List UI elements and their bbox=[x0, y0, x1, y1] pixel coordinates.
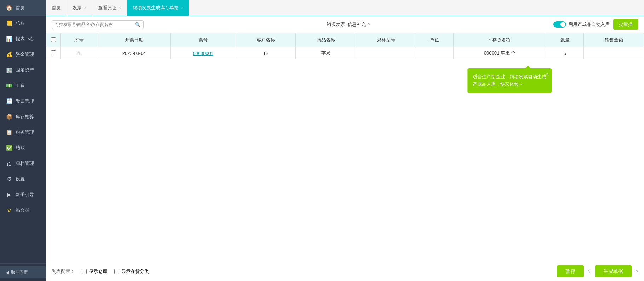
show-warehouse-checkbox[interactable] bbox=[82, 269, 87, 274]
tooltip-close[interactable]: × bbox=[546, 70, 548, 78]
page-content: 🔍 销项发票_信息补充 ? 启用产成品自动入库 批量操 bbox=[46, 16, 644, 281]
toggle-switch: 启用产成品自动入库 bbox=[553, 21, 610, 28]
tooltip-popup: × 适合生产型企业，销项发票自动生成产成品入库，快来体验～ bbox=[467, 68, 552, 93]
search-icon: 🔍 bbox=[135, 22, 140, 27]
tooltip-bar bbox=[467, 68, 468, 93]
data-table: 序号 开票日期 票号 客户名称 商品名称 规格型号 单位 * 存货名称 数量 销… bbox=[46, 33, 644, 59]
guide-icon: ▶ bbox=[6, 191, 13, 198]
show-category-group: 显示存货分类 bbox=[114, 268, 149, 275]
table-row: 1 2023-03-04 00000001 12 苹果 000001 苹果 个 … bbox=[46, 47, 644, 59]
row-amount bbox=[584, 47, 644, 59]
tab-invoice[interactable]: 发票 × bbox=[67, 0, 92, 16]
config-label: 列表配置： bbox=[52, 268, 75, 275]
sidebar-item-funds[interactable]: 💰 资金管理 bbox=[0, 47, 46, 62]
col-amount: 销售金额 bbox=[584, 33, 644, 47]
show-warehouse-group: 显示仓库 bbox=[82, 268, 107, 275]
toolbar-right: 启用产成品自动入库 批量操 bbox=[553, 19, 638, 30]
auto-import-toggle[interactable] bbox=[553, 21, 566, 28]
sidebar-item-settings[interactable]: ⚙ 设置 bbox=[0, 171, 46, 187]
tab-voucher[interactable]: 查看凭证 × bbox=[92, 0, 127, 16]
select-all-header[interactable] bbox=[46, 33, 61, 47]
col-customer: 客户名称 bbox=[236, 33, 296, 47]
sidebar-item-ledger[interactable]: 📒 总账 bbox=[0, 16, 46, 31]
inventory-icon: 📦 bbox=[6, 114, 13, 120]
help-icon[interactable]: ? bbox=[368, 22, 370, 27]
sidebar: 🏠 首页 📒 总账 📊 报表中心 💰 资金管理 🏢 固定资产 💵 工资 🧾 发票… bbox=[0, 0, 46, 281]
row-checkbox-cell[interactable] bbox=[46, 47, 61, 59]
unfix-icon: ◀ bbox=[6, 270, 9, 275]
funds-icon: 💰 bbox=[6, 51, 13, 58]
vip-icon: V bbox=[6, 207, 13, 213]
sidebar-item-reports[interactable]: 📊 报表中心 bbox=[0, 31, 46, 47]
tooltip-text: 适合生产型企业，销项发票自动生成产成品入库，快来体验～ bbox=[473, 74, 546, 87]
row-goods: 苹果 bbox=[296, 47, 356, 59]
show-category-label: 显示存货分类 bbox=[121, 268, 149, 275]
col-goods: 商品名称 bbox=[296, 33, 356, 47]
col-qty: 数量 bbox=[546, 33, 584, 47]
sidebar-item-invoice-mgmt[interactable]: 🧾 发票管理 bbox=[0, 93, 46, 109]
search-box[interactable]: 🔍 bbox=[52, 20, 144, 29]
assets-icon: 🏢 bbox=[6, 67, 13, 73]
sidebar-item-salary[interactable]: 💵 工资 bbox=[0, 78, 46, 93]
sidebar-item-assets[interactable]: 🏢 固定资产 bbox=[0, 62, 46, 78]
sidebar-item-guide[interactable]: ▶ 新手引导 bbox=[0, 187, 46, 202]
row-seq: 1 bbox=[61, 47, 98, 59]
reports-icon: 📊 bbox=[6, 36, 13, 42]
table-container: 序号 开票日期 票号 客户名称 商品名称 规格型号 单位 * 存货名称 数量 销… bbox=[46, 33, 644, 262]
sidebar-item-archive[interactable]: 🗂 归档管理 bbox=[0, 156, 46, 171]
generate-help-icon[interactable]: ? bbox=[636, 269, 638, 274]
select-all-checkbox[interactable] bbox=[51, 37, 56, 42]
sidebar-item-checkout[interactable]: ✅ 结账 bbox=[0, 140, 46, 156]
tab-invoice-close[interactable]: × bbox=[84, 5, 86, 10]
search-input[interactable] bbox=[55, 22, 135, 27]
row-customer: 12 bbox=[236, 47, 296, 59]
main-content: 首页 发票 × 查看凭证 × 销项发票生成库存单据 × 🔍 销项发票_信息补充 bbox=[46, 0, 644, 281]
row-inventory[interactable]: 000001 苹果 个 bbox=[453, 47, 546, 59]
generate-button[interactable]: 生成单据 bbox=[595, 265, 632, 277]
show-category-checkbox[interactable] bbox=[114, 269, 119, 274]
save-button[interactable]: 暂存 bbox=[557, 265, 584, 277]
sidebar-unfix[interactable]: ◀ 取消固定 bbox=[0, 266, 46, 278]
tab-home[interactable]: 首页 bbox=[46, 0, 67, 16]
archive-icon: 🗂 bbox=[6, 161, 13, 167]
sidebar-item-tax[interactable]: 📋 税务管理 bbox=[0, 125, 46, 140]
col-unit: 单位 bbox=[416, 33, 454, 47]
settings-icon: ⚙ bbox=[6, 176, 13, 182]
toggle-label: 启用产成品自动入库 bbox=[568, 21, 610, 28]
toolbar-left: 🔍 bbox=[52, 20, 144, 29]
col-seq: 序号 bbox=[61, 33, 98, 47]
toolbar-title: 销项发票_信息补充 bbox=[327, 21, 366, 28]
col-inventory: * 存货名称 bbox=[453, 33, 546, 47]
row-unit bbox=[416, 47, 454, 59]
home-icon: 🏠 bbox=[6, 5, 13, 11]
row-qty: 5 bbox=[546, 47, 584, 59]
tab-stock[interactable]: 销项发票生成库存单据 × bbox=[127, 0, 189, 16]
tab-bar: 首页 发票 × 查看凭证 × 销项发票生成库存单据 × bbox=[46, 0, 644, 16]
col-date: 开票日期 bbox=[98, 33, 171, 47]
row-ticket[interactable]: 00000001 bbox=[171, 47, 236, 59]
batch-button[interactable]: 批量操 bbox=[613, 19, 638, 30]
tab-voucher-close[interactable]: × bbox=[119, 5, 121, 10]
sidebar-item-home[interactable]: 🏠 首页 bbox=[0, 0, 46, 16]
save-help-icon[interactable]: ? bbox=[588, 269, 591, 274]
bottom-bar: 列表配置： 显示仓库 显示存货分类 暂存 ? 生成单据 ? bbox=[46, 262, 644, 281]
toolbar-center: 销项发票_信息补充 ? bbox=[327, 21, 370, 28]
col-ticket: 票号 bbox=[171, 33, 236, 47]
toolbar: 🔍 销项发票_信息补充 ? 启用产成品自动入库 批量操 bbox=[46, 16, 644, 33]
bottom-actions: 暂存 ? 生成单据 ? bbox=[557, 265, 638, 277]
row-date: 2023-03-04 bbox=[98, 47, 171, 59]
invoice-mgmt-icon: 🧾 bbox=[6, 98, 13, 104]
row-spec bbox=[356, 47, 416, 59]
sidebar-item-inventory[interactable]: 📦 库存核算 bbox=[0, 109, 46, 125]
show-warehouse-label: 显示仓库 bbox=[89, 268, 107, 275]
tax-icon: 📋 bbox=[6, 129, 13, 136]
salary-icon: 💵 bbox=[6, 82, 13, 89]
tab-stock-close[interactable]: × bbox=[181, 5, 183, 10]
checkout-icon: ✅ bbox=[6, 145, 13, 151]
sidebar-item-vip[interactable]: V 畅会员 bbox=[0, 202, 46, 218]
row-checkbox[interactable] bbox=[51, 50, 56, 55]
ledger-icon: 📒 bbox=[6, 20, 13, 27]
col-spec: 规格型号 bbox=[356, 33, 416, 47]
